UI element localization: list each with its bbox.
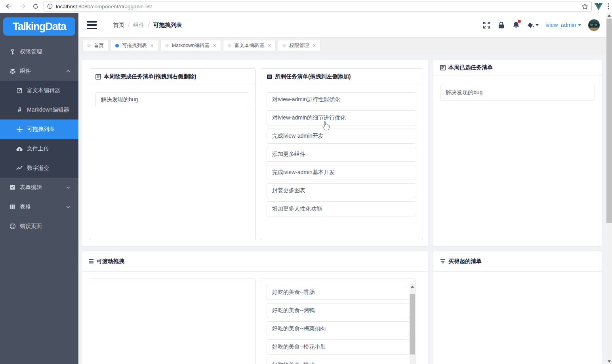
drag-item[interactable]: 对iview-admin的细节进行优化 <box>267 110 416 125</box>
remaining-card-header: 所剩任务清单(拖拽到左侧添加) <box>260 69 423 85</box>
scroll-drop-zone-right[interactable]: 好吃的美食--香肠 好吃的美食--烤鸭 好吃的美食--梅菜扣肉 好吃的美食--松… <box>260 279 416 364</box>
theme-switch-icon[interactable] <box>527 21 539 29</box>
sidebar-item-table[interactable]: 表格 <box>0 197 78 216</box>
tag-richtext-editor[interactable]: 富文本编辑器 × <box>223 40 276 51</box>
key-icon <box>9 48 16 55</box>
selected-card-header: 本周已选任务清单 <box>433 60 602 76</box>
sidebar-item-richtext-editor[interactable]: 富文本编辑器 <box>0 81 78 100</box>
tag-label: 可拖拽列表 <box>122 42 147 49</box>
browser-toolbar: localhost:8080/component/draggable-list <box>0 0 612 13</box>
drag-item[interactable]: 好吃的美食--扒鸡 <box>267 358 409 364</box>
user-menu[interactable]: iview_admin <box>545 22 581 28</box>
url-host: localhost <box>56 4 77 9</box>
page-info-icon[interactable] <box>47 4 53 9</box>
affordable-drop-zone[interactable] <box>433 272 602 363</box>
drag-item[interactable]: 好吃的美食--梅菜扣肉 <box>267 321 409 336</box>
layers-icon <box>9 68 16 74</box>
notification-badge <box>518 20 521 23</box>
todo-drop-zone[interactable]: 解决发现的bug <box>89 85 255 118</box>
sidebar-item-error-page[interactable]: 错误页面 <box>0 216 78 236</box>
move-arrows-icon <box>16 126 23 133</box>
table-icon <box>9 203 16 210</box>
list-box-icon <box>440 65 446 70</box>
tag-label: 首页 <box>94 42 104 49</box>
browser-menu-icon[interactable] <box>608 3 609 9</box>
page-scrollbar-thumb[interactable] <box>606 19 612 223</box>
breadcrumb: 首页 / 组件 / 可拖拽列表 <box>113 21 182 29</box>
breadcrumb-components[interactable]: 组件 <box>133 21 145 29</box>
checkbox-icon <box>9 184 16 191</box>
drag-item[interactable]: 好吃的美食--烤鸭 <box>267 303 409 318</box>
vue-devtools-icon[interactable] <box>594 3 603 10</box>
remaining-card-title: 所剩任务清单(拖拽到左侧添加) <box>275 73 351 80</box>
sidebar-item-label: 表单编辑 <box>20 184 42 191</box>
scroll-up-icon[interactable] <box>606 13 612 18</box>
drag-item[interactable]: 封装更多图表 <box>267 183 416 198</box>
food-list: 好吃的美食--香肠 好吃的美食--烤鸭 好吃的美食--梅菜扣肉 好吃的美食--松… <box>260 279 415 364</box>
breadcrumb-separator: / <box>128 22 130 28</box>
drag-item[interactable]: 解决发现的bug <box>95 92 249 107</box>
tag-label: Markdown编辑器 <box>172 42 210 49</box>
tag-dot-icon <box>87 44 91 47</box>
tag-permission[interactable]: 权限管理 × <box>278 40 320 51</box>
browser-refresh-button[interactable] <box>31 2 40 11</box>
sidebar-item-permission[interactable]: 权限管理 <box>0 42 78 61</box>
tag-close-icon[interactable]: × <box>313 43 316 48</box>
breadcrumb-separator: / <box>148 22 150 28</box>
tag-markdown-editor[interactable]: Markdown编辑器 × <box>160 40 221 51</box>
sidebar-item-components[interactable]: 组件 <box>0 61 78 81</box>
list-scrollbar-thumb[interactable] <box>410 294 415 355</box>
scroll-drop-zone-left[interactable] <box>89 279 256 364</box>
talkingdata-logo[interactable]: TalkingData <box>3 17 75 36</box>
drag-item[interactable]: 好吃的美食--香肠 <box>267 285 409 300</box>
lock-icon[interactable] <box>498 21 505 29</box>
tag-close-icon[interactable]: × <box>268 43 271 48</box>
sad-face-icon <box>9 223 16 229</box>
sidebar-item-count-to[interactable]: 数字渐变 <box>0 158 78 178</box>
browser-back-button[interactable] <box>4 2 13 11</box>
scroll-up-icon[interactable] <box>410 284 415 289</box>
breadcrumb-home[interactable]: 首页 <box>113 21 124 29</box>
components-submenu: 富文本编辑器 # Markdown编辑器 可拖拽列表 文件上传 <box>0 81 78 178</box>
tag-close-icon[interactable]: × <box>151 43 154 48</box>
selected-list[interactable]: 解决发现的bug <box>433 76 602 112</box>
selected-tasks-card: 本周已选任务清单 解决发现的bug <box>433 59 602 246</box>
drag-item[interactable]: 解决发现的bug <box>440 85 595 100</box>
sidebar-collapse-button[interactable] <box>87 21 97 29</box>
sidebar-item-markdown-editor[interactable]: # Markdown编辑器 <box>0 100 78 119</box>
drag-item[interactable]: 完成iview-admin开发 <box>267 129 416 144</box>
tag-label: 富文本编辑器 <box>235 42 264 49</box>
chevron-down-icon <box>66 185 71 190</box>
avatar[interactable] <box>588 19 600 31</box>
sidebar-item-file-upload[interactable]: 文件上传 <box>0 139 78 158</box>
edit-square-icon <box>16 87 23 94</box>
sidebar-item-label: 错误页面 <box>20 223 42 230</box>
drag-item[interactable]: 添加更多组件 <box>267 147 416 162</box>
tag-home[interactable]: 首页 <box>82 40 109 51</box>
page-scrollbar[interactable] <box>606 13 612 364</box>
notification-bell-icon[interactable] <box>512 21 520 29</box>
list-scrollbar[interactable] <box>410 284 415 364</box>
scroll-down-icon[interactable] <box>606 359 612 364</box>
sidebar: TalkingData 权限管理 组件 富文本编辑器 <box>0 13 78 364</box>
fullscreen-icon[interactable] <box>483 21 491 29</box>
bookmark-star-icon[interactable] <box>581 3 588 10</box>
opened-tags-bar: 首页 可拖拽列表 × Markdown编辑器 × 富文本编辑器 × 权限管理 × <box>78 37 606 54</box>
drag-item[interactable]: 对iview-admin进行性能优化 <box>267 92 416 107</box>
tag-draggable-list[interactable]: 可拖拽列表 × <box>111 40 158 51</box>
remaining-drop-zone[interactable]: 对iview-admin进行性能优化 对iview-admin的细节进行优化 完… <box>260 85 423 227</box>
drag-item[interactable]: 好吃的美食--松花小肚 <box>267 339 409 355</box>
tag-dot-icon <box>228 44 231 47</box>
browser-forward-button <box>17 2 27 11</box>
breadcrumb-current: 可拖拽列表 <box>153 21 182 29</box>
sidebar-item-draggable-list[interactable]: 可拖拽列表 <box>0 119 78 139</box>
sidebar-item-label: 表格 <box>20 203 31 210</box>
markdown-hash-icon: # <box>16 106 23 113</box>
url-path: :8080/component/draggable-list <box>77 4 152 9</box>
drag-item[interactable]: 完成iview-admin基本开发 <box>267 165 416 180</box>
drag-item[interactable]: 增加更多人性化功能 <box>267 201 416 216</box>
browser-address-bar[interactable]: localhost:8080/component/draggable-list <box>44 2 592 11</box>
sidebar-item-form-editor[interactable]: 表单编辑 <box>0 178 78 197</box>
affordable-list-card: 买得起的清单 <box>433 251 602 364</box>
tag-close-icon[interactable]: × <box>213 43 216 48</box>
